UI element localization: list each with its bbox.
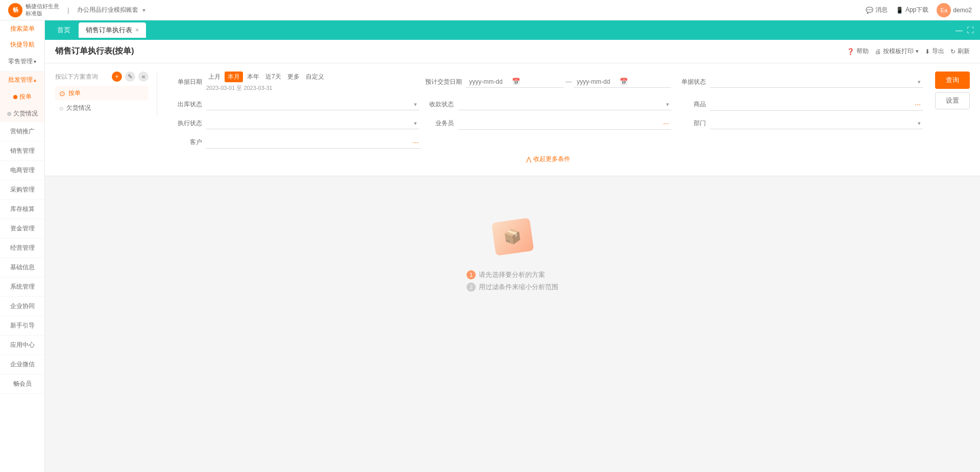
app-subtitle: 办公用品行业模拟账套: [77, 6, 138, 14]
dept-select-wrap: ▾: [710, 117, 923, 129]
scheme-item-shortage[interactable]: ○ 欠货情况: [55, 101, 149, 115]
filter-field-dept: 部门 ▾: [677, 117, 923, 129]
filter-row-3: 执行状态 ▾ 业务员: [174, 117, 923, 130]
doc-status-select[interactable]: [710, 76, 923, 88]
calendar-icon-from[interactable]: 📅: [512, 78, 520, 85]
sidebar-search[interactable]: 搜索菜单: [0, 20, 44, 37]
sidebar-item-finance[interactable]: 资金管理: [0, 219, 44, 239]
payment-status-select[interactable]: [458, 99, 671, 110]
sidebar-sub-label-by-order: 按单: [19, 92, 32, 101]
inactive-dot-icon: [7, 112, 11, 116]
date-tab-this-month[interactable]: 本月: [225, 72, 243, 82]
goods-dots-btn[interactable]: ···: [915, 100, 921, 108]
app-dropdown-icon[interactable]: ▾: [142, 7, 145, 14]
add-icon: +: [115, 73, 118, 80]
date-tab-custom[interactable]: 自定义: [304, 72, 326, 82]
calendar-icon-to[interactable]: 📅: [620, 78, 628, 85]
sidebar-item-sales[interactable]: 销售管理: [0, 141, 44, 161]
customer-input-wrap: ···: [206, 136, 421, 149]
sidebar-item-basic[interactable]: 基础信息: [0, 258, 44, 277]
sidebar-item-inventory[interactable]: 库存核算: [0, 200, 44, 219]
tab-active[interactable]: 销售订单执行表 ×: [79, 22, 146, 38]
refresh-btn[interactable]: ↻ 刷新: [950, 47, 970, 56]
date-tab-this-year[interactable]: 本年: [245, 72, 261, 82]
delivery-status-select[interactable]: [206, 99, 419, 110]
sidebar-sub-by-order[interactable]: 按单: [0, 88, 44, 105]
page-header: 销售订单执行表(按单) ❓ 帮助 🖨 按模板打印 ▾ ⬇ 导出: [45, 40, 980, 63]
sidebar-item-operation[interactable]: 经营管理: [0, 239, 44, 258]
content-area: 首页 销售订单执行表 × — ⛶ 销售订单执行表(按单) ❓ 帮助: [45, 20, 980, 472]
sidebar-item-newuser[interactable]: 新手引导: [0, 316, 44, 336]
sidebar-item-wechat[interactable]: 企业微信: [0, 355, 44, 374]
collapse-arrow-icon: ⋀: [526, 156, 531, 163]
doc-status-select-wrap: ▾: [710, 76, 923, 88]
sidebar-item-system[interactable]: 系统管理: [0, 277, 44, 297]
sidebar-item-wholesale[interactable]: 批发管理 ▴: [0, 72, 44, 88]
sidebar-item-member[interactable]: 畅会员: [0, 374, 44, 394]
predict-date-to-input[interactable]: [577, 78, 618, 85]
doc-status-label: 单据状态: [677, 78, 706, 86]
sidebar-item-retail[interactable]: 零售管理 ▾: [0, 52, 44, 72]
sidebar-quick-nav[interactable]: 快捷导航: [0, 37, 44, 52]
download-icon: 📱: [896, 7, 903, 14]
sidebar-item-marketing[interactable]: 营销推广: [0, 122, 44, 141]
logo-icon: 畅: [8, 3, 22, 17]
sidebar-item-appstore[interactable]: 应用中心: [0, 336, 44, 355]
predict-date-to-wrap: 📅: [574, 76, 671, 88]
sidebar-group-wholesale: 批发管理 ▴ 按单 欠货情况: [0, 72, 44, 122]
delivery-status-select-wrap: ▾: [206, 99, 419, 110]
filter-field-goods: 商品 ···: [677, 98, 923, 111]
scheme-inactive-icon: ○: [59, 104, 63, 112]
filter-row-1: 单据日期 上月 本月 本年 近7天 更多 自定义: [174, 72, 923, 92]
predict-date-from-input[interactable]: [469, 78, 510, 85]
empty-hint-1: 1 请先选择要分析的方案: [467, 270, 545, 279]
collapse-btn[interactable]: ⋀ 收起更多条件: [174, 151, 923, 168]
export-icon: ⬇: [925, 48, 930, 55]
scheme-edit-btn[interactable]: ✎: [125, 72, 135, 82]
dept-select[interactable]: [710, 117, 923, 129]
print-btn[interactable]: 🖨 按模板打印 ▾: [875, 47, 919, 56]
top-bar-right: 💬 消息 📱 App下载 Ea demo2: [866, 3, 972, 17]
date-tab-last-month[interactable]: 上月: [206, 72, 223, 82]
date-separator: —: [566, 78, 572, 85]
sidebar-item-ecommerce[interactable]: 电商管理: [0, 161, 44, 180]
date-tab-more[interactable]: 更多: [285, 72, 302, 82]
date-tab-7days[interactable]: 近7天: [263, 72, 283, 82]
help-btn[interactable]: ❓ 帮助: [847, 47, 869, 56]
main-layout: 搜索菜单 快捷导航 零售管理 ▾ 批发管理 ▴ 按单 欠货情况 营销推广 销售管…: [0, 20, 980, 472]
app-download-btn[interactable]: 📱 App下载: [896, 6, 928, 14]
sidebar-sub-shortage[interactable]: 欠货情况: [0, 105, 44, 122]
salesperson-input-wrap: ···: [458, 117, 671, 130]
message-btn[interactable]: 💬 消息: [866, 6, 888, 14]
customer-dots-btn[interactable]: ···: [413, 138, 419, 146]
scheme-item-by-order[interactable]: ⊙ 按单: [55, 86, 149, 101]
export-btn[interactable]: ⬇ 导出: [925, 47, 944, 56]
query-btn[interactable]: 查询: [935, 72, 970, 89]
setting-btn[interactable]: 设置: [935, 92, 970, 109]
tab-home[interactable]: 首页: [51, 22, 77, 38]
scheme-label-by-order: 按单: [68, 89, 81, 98]
section-divider: [45, 176, 980, 180]
salesperson-label: 业务员: [425, 119, 454, 128]
predict-date-label: 预计交货日期: [425, 78, 462, 86]
scheme-label-shortage: 欠货情况: [66, 104, 91, 112]
exec-status-select[interactable]: [206, 117, 419, 129]
window-maximize-icon[interactable]: ⛶: [967, 26, 974, 34]
message-icon: 💬: [866, 7, 873, 14]
tab-close-icon[interactable]: ×: [135, 27, 139, 34]
page-content: 销售订单执行表(按单) ❓ 帮助 🖨 按模板打印 ▾ ⬇ 导出: [45, 40, 980, 472]
salesperson-dots-btn[interactable]: ···: [663, 119, 669, 127]
sidebar-item-enterprise[interactable]: 企业协同: [0, 297, 44, 316]
scheme-add-btn[interactable]: +: [112, 72, 122, 82]
print-dropdown-icon: ▾: [916, 48, 919, 55]
sidebar-item-purchase[interactable]: 采购管理: [0, 180, 44, 200]
predict-date-inputs: 📅 — 📅: [466, 76, 671, 88]
filter-row-4: 客户 ···: [174, 136, 923, 149]
filter-panel: 按以下方案查询 + ✎ «: [45, 63, 980, 176]
filter-field-exec-status: 执行状态 ▾: [174, 117, 419, 129]
user-menu[interactable]: Ea demo2: [937, 3, 972, 17]
window-minimize-icon[interactable]: —: [955, 26, 963, 34]
sidebar-label-retail: 零售管理: [8, 57, 33, 66]
date-label: 单据日期: [174, 78, 202, 86]
scheme-collapse-btn[interactable]: «: [138, 72, 149, 82]
